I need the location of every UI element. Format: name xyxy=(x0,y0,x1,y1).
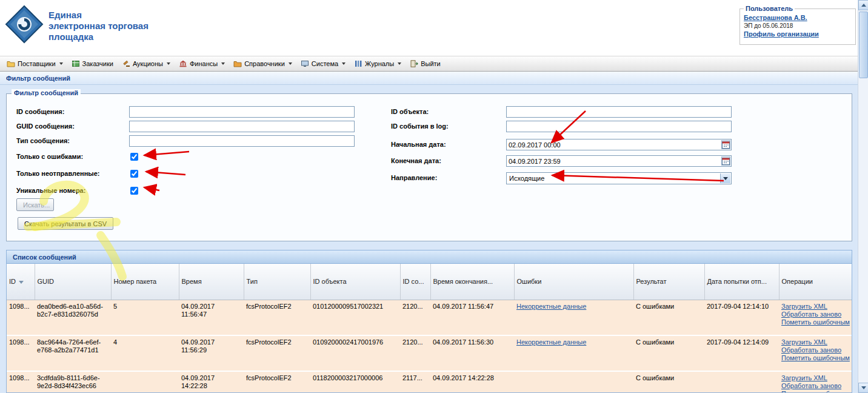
cell-id-so: 2120... xyxy=(400,300,430,335)
user-name-link[interactable]: Бесстрашнова А.В. xyxy=(744,13,852,22)
operation-link[interactable]: Обработать заново xyxy=(781,346,850,354)
cell-errors: Некорректные данные xyxy=(514,300,633,335)
message-id-label: ID сообщения: xyxy=(16,106,64,118)
scrollbar-thumb[interactable] xyxy=(859,12,868,78)
cell-object-id: 0118200003217000006 xyxy=(310,371,400,393)
operation-link[interactable]: Пометить ошибочным xyxy=(781,390,850,393)
menu-item-label: Аукционы xyxy=(133,60,163,67)
brand-line-1: Единая xyxy=(48,10,149,21)
message-guid-label: GUID сообщения: xyxy=(16,121,75,132)
message-id-input[interactable] xyxy=(129,106,355,118)
scroll-down-button[interactable] xyxy=(858,383,868,393)
cell-end-time: 04.09.2017 14:22:28 xyxy=(430,371,514,393)
page-header: Единая электронная торговая площадка Пол… xyxy=(0,0,858,56)
menu-item-customers[interactable]: Заказчики xyxy=(68,58,119,70)
column-header-end-time[interactable]: Время окончания... xyxy=(430,264,514,300)
menu-item-auctions[interactable]: Аукционы xyxy=(119,58,176,70)
menu-item-label: Система xyxy=(312,60,338,67)
only-unsent-checkbox[interactable] xyxy=(130,170,138,178)
cell-packet: 4 xyxy=(111,335,179,371)
unique-numbers-checkbox[interactable] xyxy=(130,187,138,195)
system-icon xyxy=(301,59,309,68)
column-header-time[interactable]: Время xyxy=(179,264,244,300)
customers-icon xyxy=(72,59,80,68)
cell-guid: 8ac9644a-7264-e6ef-e768-a2b2a77471d1 xyxy=(35,335,111,371)
menu-item-system[interactable]: Система xyxy=(298,58,351,70)
directories-icon xyxy=(233,59,242,68)
chevron-down-icon xyxy=(59,62,63,65)
org-profile-link[interactable]: Профиль организации xyxy=(744,30,852,38)
cell-end-time: 04.09.2017 11:56:47 xyxy=(430,300,514,335)
message-guid-input[interactable] xyxy=(129,121,355,132)
cell-object-id: 0109200002417001976 xyxy=(310,335,400,371)
cell-operations: Загрузить XMLОбработать зановоПометить о… xyxy=(779,335,852,371)
menu-item-journals[interactable]: Журналы xyxy=(351,58,407,70)
menu-item-suppliers[interactable]: Поставщики xyxy=(4,58,68,70)
menu-item-logout[interactable]: Выйти xyxy=(407,58,446,70)
cell-type: fcsProtocolEF2 xyxy=(244,371,310,393)
column-header-attempt-date[interactable]: Дата попытки отп... xyxy=(704,264,779,300)
object-id-input[interactable] xyxy=(506,106,732,118)
download-csv-button[interactable]: Скачать результаты в CSV xyxy=(18,217,113,230)
auctions-icon xyxy=(122,59,130,68)
cell-attempt-date: 2017-09-04 12:14:10 xyxy=(704,300,779,335)
start-date-input[interactable] xyxy=(506,139,732,150)
search-button[interactable]: Искать... xyxy=(16,198,54,211)
table-row: 1098... dea0bed6-ea10-a56d-b2c7-e831d326… xyxy=(7,300,852,335)
messages-panel: Список сообщений ID GUID Номер пакета Вр… xyxy=(6,250,852,393)
operation-link[interactable]: Загрузить XML xyxy=(781,374,850,382)
certificate-info: ЭП до 05.06.2018 xyxy=(744,22,852,30)
cell-operations: Загрузить XMLОбработать зановоПометить о… xyxy=(779,371,852,393)
operation-link[interactable]: Обработать заново xyxy=(781,311,850,318)
cell-packet: 5 xyxy=(111,300,179,335)
table-row: 1098... 8ac9644a-7264-e6ef-e768-a2b2a774… xyxy=(7,335,852,371)
column-header-object-id[interactable]: ID объекта xyxy=(310,264,400,300)
column-header-errors[interactable]: Ошибки xyxy=(514,264,633,300)
cell-attempt-date xyxy=(704,371,779,393)
scroll-up-button[interactable] xyxy=(858,0,868,10)
main-menu: Поставщики Заказчики Аукционы Финансы Сп… xyxy=(0,56,858,72)
menu-item-label: Журналы xyxy=(365,60,394,67)
column-header-id-so[interactable]: ID со... xyxy=(400,264,430,300)
operation-link[interactable]: Загрузить XML xyxy=(781,303,850,311)
message-type-input[interactable] xyxy=(129,135,355,147)
operation-link[interactable]: Пометить ошибочным xyxy=(781,354,850,362)
column-header-id[interactable]: ID xyxy=(7,264,35,300)
vertical-scrollbar[interactable] xyxy=(858,0,868,393)
only-errors-checkbox[interactable] xyxy=(130,153,138,161)
cell-time: 04.09.2017 11:56:29 xyxy=(179,335,244,371)
app-window: Единая электронная торговая площадка Пол… xyxy=(0,0,868,393)
column-header-packet[interactable]: Номер пакета xyxy=(111,264,179,300)
cell-time: 04.09.2017 11:56:47 xyxy=(179,300,244,335)
menu-item-directories[interactable]: Справочники xyxy=(230,58,298,70)
direction-label: Направление: xyxy=(391,172,437,184)
direction-select[interactable]: Исходящие xyxy=(506,172,732,184)
end-date-input[interactable] xyxy=(506,155,732,167)
menu-item-label: Выйти xyxy=(421,60,441,67)
operation-link[interactable]: Загрузить XML xyxy=(781,338,850,346)
sort-desc-icon xyxy=(19,281,24,284)
direction-selected-value: Исходящие xyxy=(509,175,544,182)
log-event-id-input[interactable] xyxy=(506,121,732,132)
table-row: 1098... 3cdfda9b-8111-6d6e-9e2d-8d34f423… xyxy=(7,371,852,393)
calendar-icon[interactable] xyxy=(721,156,730,166)
error-details-link[interactable]: Некорректные данные xyxy=(516,338,586,346)
column-header-result[interactable]: Результат xyxy=(633,264,704,300)
operation-link[interactable]: Пометить ошибочным xyxy=(781,318,850,326)
error-details-link[interactable]: Некорректные данные xyxy=(516,303,586,310)
journals-icon xyxy=(354,59,362,68)
cell-guid: 3cdfda9b-8111-6d6e-9e2d-8d34f423ec66 xyxy=(35,371,111,393)
operation-link[interactable]: Обработать заново xyxy=(781,382,850,390)
only-unsent-label: Только неотправленные: xyxy=(16,168,99,180)
menu-item-finance[interactable]: Финансы xyxy=(176,58,230,70)
etp-logo-icon[interactable] xyxy=(5,5,44,44)
column-header-operations[interactable]: Операции xyxy=(779,264,852,300)
dropdown-arrow-icon[interactable] xyxy=(720,173,730,183)
column-header-type[interactable]: Тип xyxy=(244,264,310,300)
column-header-guid[interactable]: GUID xyxy=(35,264,111,300)
end-date-field xyxy=(506,155,732,167)
chevron-down-icon xyxy=(398,62,401,65)
calendar-icon[interactable] xyxy=(721,140,730,149)
cell-attempt-date: 2017-09-04 12:14:09 xyxy=(704,335,779,371)
brand-line-2: электронная торговая xyxy=(48,21,149,32)
